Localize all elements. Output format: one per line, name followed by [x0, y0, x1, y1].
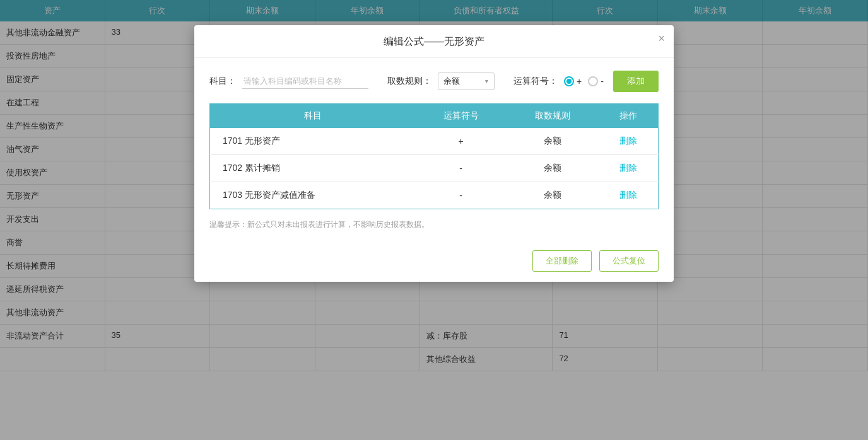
subject-label: 科目： [209, 76, 236, 87]
form-row: 科目： 取数规则： 余额 运算符号： + - 添加 [209, 71, 659, 92]
row2-delete-link[interactable]: 删除 [619, 163, 637, 173]
modal-body: 科目： 取数规则： 余额 运算符号： + - 添加 [194, 58, 674, 243]
operator-plus-label: + [577, 76, 582, 86]
delete-all-button[interactable]: 全部删除 [532, 250, 592, 272]
radio-plus-indicator [564, 76, 574, 86]
col-header-operator: 运算符号 [415, 104, 507, 129]
modal-footer: 全部删除 公式复位 [194, 243, 674, 282]
modal-overlay: 编辑公式——无形资产 × 科目： 取数规则： 余额 运算符号： + [0, 0, 868, 440]
warning-text: 温馨提示：新公式只对未出报表进行计算，不影响历史报表数据。 [209, 219, 659, 233]
col-header-action: 操作 [598, 104, 658, 129]
row2-subject: 1702 累计摊销 [210, 155, 416, 182]
row2-rule: 余额 [507, 155, 598, 182]
operator-minus-radio[interactable]: - [588, 76, 604, 86]
operator-minus-label: - [601, 76, 604, 86]
table-row: 1701 无形资产 + 余额 删除 [210, 128, 659, 155]
subject-input[interactable] [242, 74, 368, 89]
row1-subject: 1701 无形资产 [210, 128, 416, 155]
row3-delete-link[interactable]: 删除 [619, 190, 637, 200]
operator-plus-radio[interactable]: + [564, 76, 582, 86]
row1-rule: 余额 [507, 128, 598, 155]
row2-operator: - [415, 155, 507, 182]
operator-label: 运算符号： [513, 76, 558, 87]
rule-select[interactable]: 余额 [438, 72, 495, 90]
table-row: 1703 无形资产减值准备 - 余额 删除 [210, 182, 659, 209]
table-header-row: 科目 运算符号 取数规则 操作 [210, 104, 659, 129]
edit-formula-modal: 编辑公式——无形资产 × 科目： 取数规则： 余额 运算符号： + [194, 25, 674, 282]
formula-table: 科目 运算符号 取数规则 操作 1701 无形资产 + 余额 删除 1702 累… [209, 103, 659, 209]
modal-header: 编辑公式——无形资产 × [194, 25, 674, 58]
row1-operator: + [415, 128, 507, 155]
col-header-subject: 科目 [210, 104, 416, 129]
modal-title: 编辑公式——无形资产 [384, 36, 484, 47]
row3-operator: - [415, 182, 507, 209]
row3-subject: 1703 无形资产减值准备 [210, 182, 416, 209]
close-button[interactable]: × [658, 33, 665, 44]
add-button[interactable]: 添加 [613, 71, 659, 92]
rule-value: 余额 [443, 76, 460, 87]
row3-rule: 余额 [507, 182, 598, 209]
radio-minus-indicator [588, 76, 598, 86]
table-row: 1702 累计摊销 - 余额 删除 [210, 155, 659, 182]
row1-delete-link[interactable]: 删除 [619, 136, 637, 146]
rule-label: 取数规则： [387, 76, 431, 87]
col-header-rule: 取数规则 [507, 104, 598, 129]
reset-formula-button[interactable]: 公式复位 [599, 250, 659, 272]
